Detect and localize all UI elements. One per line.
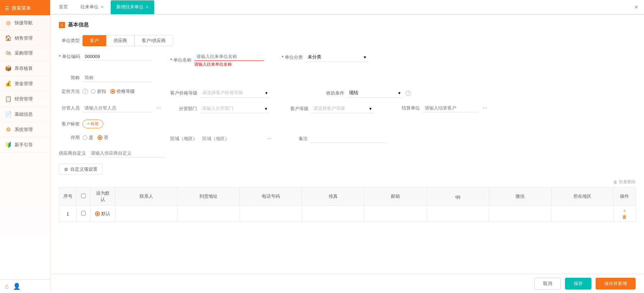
sidebar-item-system[interactable]: ⚙ 系统管理 [0,122,50,137]
batch-delete-icon: 🗑 [613,180,618,185]
tab-home-label: 首页 [59,4,68,10]
disable-yes-radio[interactable] [83,135,87,140]
pricing-discount-radio[interactable] [91,89,96,94]
row-fax[interactable] [302,206,364,222]
settlement-unit-dots[interactable]: ··· [481,105,488,111]
manager-input[interactable] [83,104,152,112]
row-contact[interactable] [115,206,178,222]
unit-category-chevron: ▾ [364,55,366,60]
pricing-method-radio: 折扣 价格等级 [91,88,135,95]
row-phone[interactable] [240,206,302,222]
row-checkbox-input[interactable] [81,211,86,215]
section-title: 基本信息 [68,22,89,28]
manager-dots[interactable]: ··· [155,105,162,111]
batch-delete[interactable]: 🗑 批量删除 [59,179,636,185]
disable-no-option[interactable]: 否 [97,135,108,141]
unit-code-input[interactable] [83,52,152,61]
supplier-custom-input[interactable] [89,149,165,157]
search-icon: ☰ [5,6,9,11]
unit-type-both-btn[interactable]: 客户/供应商 [134,35,173,46]
pricing-level-option[interactable]: 价格等级 [110,88,135,95]
region-dots[interactable]: ··· [266,136,273,142]
section-icon: i [59,22,65,28]
customer-level-field: 客户等级 请选择客户等级 ▾ [288,104,385,113]
pricing-discount-option[interactable]: 折扣 [91,88,106,95]
save-button[interactable]: 保存 [565,278,591,290]
row-address[interactable] [178,206,240,222]
row-region[interactable] [551,206,614,222]
row-region-input[interactable] [555,211,610,217]
department-select[interactable]: 请输入分管部门 ▾ [200,104,269,113]
row-default-radio[interactable] [95,211,100,216]
col-qq: qq [427,187,489,206]
row-email[interactable] [364,206,427,222]
tab-bar-close[interactable]: ✕ [631,2,641,12]
sidebar-item-inventory[interactable]: 📦 库存核算 [0,61,50,76]
note-input[interactable] [311,135,387,143]
row-address-input[interactable] [181,211,236,217]
manager-field: 分管人员 ··· [59,104,162,112]
settlement-unit-field: 结算单位 ··· [399,104,496,112]
row-email-input[interactable] [368,211,423,217]
pricing-help-icon[interactable]: ? [83,89,88,94]
user-icon[interactable]: 👤 [13,283,21,290]
unit-type-supplier-btn[interactable]: 供应商 [106,35,134,46]
row-default[interactable]: 默认 [91,206,116,222]
disable-no-radio[interactable] [97,135,102,140]
tab-new-partner[interactable]: 新增往来单位 ✕ [111,0,154,14]
row-contact-input[interactable] [119,211,174,217]
sidebar-item-operations[interactable]: 📋 经营管理 [0,91,50,107]
unit-category-select[interactable]: 未分类 ▾ [306,52,368,62]
row-default-radio-wrapper[interactable]: 默认 [94,211,112,217]
purchase-icon: 🛍 [5,50,12,56]
tab-new-partner-close[interactable]: ✕ [146,5,149,9]
operations-icon: 📋 [5,96,12,102]
row-qq[interactable] [427,206,489,222]
row-add-btn[interactable]: ＋ [621,208,628,214]
row-checkbox[interactable] [77,206,91,222]
unit-type-label: 单位类型 [59,38,80,44]
pricing-level-radio[interactable] [110,89,115,94]
tag-add-button[interactable]: + 标签 [83,120,103,128]
row-phone-input[interactable] [243,211,298,217]
bottom-bar: 取消 保存 保存并新增 [50,274,644,293]
disable-yes-option[interactable]: 是 [83,135,93,141]
save-and-add-button[interactable]: 保存并新增 [596,278,636,290]
col-seq: 序号 [59,187,77,206]
custom-settings-label: 自定义项设置 [70,166,97,172]
settlement-unit-label: 结算单位 [399,105,420,111]
tab-home[interactable]: 首页 [53,0,73,14]
unit-type-customer-btn[interactable]: 客户 [83,35,106,46]
row-qq-input[interactable] [430,211,485,217]
customer-level-select[interactable]: 请选择客户等级 ▾ [311,104,374,113]
sidebar-item-quick-nav[interactable]: ◎ 快捷导航 [0,15,50,31]
settlement-unit-input[interactable] [423,104,478,112]
row-wechat-input[interactable] [493,211,548,217]
unit-name-input[interactable] [194,52,264,61]
region-input[interactable] [200,135,263,143]
search-menu[interactable]: ☰ 搜索菜单 [0,1,50,15]
row-fax-input[interactable] [306,211,361,217]
supplier-custom-label: 供应商自定义 [59,150,86,156]
custom-settings-button[interactable]: ⚙ 自定义项设置 [59,164,103,175]
select-all-checkbox[interactable] [81,194,86,198]
sidebar-item-purchase[interactable]: 🛍 采购管理 [0,46,50,61]
row-default-label: 默认 [101,211,110,217]
sidebar-item-basic-info[interactable]: 📄 基础信息 [0,107,50,122]
sidebar-item-guide[interactable]: 🔰 新手引导 [0,137,50,153]
customer-price-level-select[interactable]: 请选择客户价格等级 ▾ [200,88,270,98]
sidebar-item-finance[interactable]: 💰 资金管理 [0,76,50,91]
sidebar-item-label: 库存核算 [15,65,33,72]
payment-terms-select[interactable]: 现结 ▾ [347,88,403,98]
home-icon[interactable]: ⌂ [5,283,9,290]
sidebar-item-sales[interactable]: 🏠 销售管理 [0,31,50,46]
cancel-button[interactable]: 取消 [534,278,561,290]
supplier-custom-field: 供应商自定义 [59,149,165,157]
search-menu-label: 搜索菜单 [11,5,31,11]
row-wechat[interactable] [489,206,551,222]
tab-partners[interactable]: 往来单位 ✕ [75,0,109,14]
short-name-input[interactable] [83,74,152,82]
payment-terms-help-icon[interactable]: ? [406,90,411,96]
row-delete-btn[interactable]: 🗑 [621,214,628,220]
tab-partners-close[interactable]: ✕ [101,5,104,9]
